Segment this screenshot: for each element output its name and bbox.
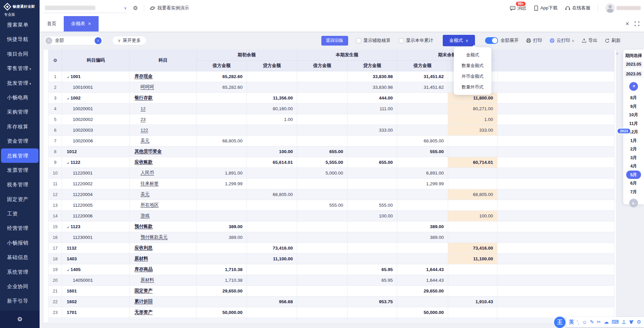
sidebar-item[interactable]: 基础信息 (0, 250, 40, 264)
account-name-link[interactable]: 人民币 (141, 170, 154, 175)
sidebar-settings-gear-icon[interactable]: ⚙ (0, 311, 40, 328)
sidebar-item[interactable]: 批发管理▾ (0, 76, 40, 90)
account-name-link[interactable]: 应收利息 (135, 245, 153, 250)
close-icon[interactable]: ✕ (625, 21, 629, 26)
format-menu-item[interactable]: 数量外币式 (454, 82, 491, 92)
sidebar-item[interactable]: 库存核算 (0, 119, 40, 134)
sidebar-item[interactable]: 资金管理 (0, 134, 40, 148)
account-name-link[interactable]: 23 (141, 117, 146, 122)
month-item[interactable]: 1月 (623, 136, 644, 145)
ime-logo[interactable]: 王 (554, 317, 566, 328)
expand-all-toggle[interactable] (485, 37, 498, 44)
messages-button[interactable]: 99+ 消息 (510, 5, 526, 11)
sidebar-item[interactable]: 采购管理 (0, 105, 40, 119)
sidebar-item[interactable]: 税务管理 (0, 177, 40, 192)
tab-home[interactable]: 首页 (40, 16, 64, 31)
account-name-link[interactable]: 122 (141, 128, 148, 133)
month-item[interactable]: 3月 (623, 153, 644, 162)
prev-arrow-icon[interactable]: ‹ (45, 37, 52, 44)
account-name-link[interactable]: 累计折旧 (135, 299, 153, 304)
sidebar-item[interactable]: 零售管理▾ (0, 61, 40, 75)
fullscreen-icon[interactable] (635, 21, 639, 26)
expand-toggle-icon[interactable]: ◢ (67, 268, 69, 271)
expand-toggle-icon[interactable]: ◢ (67, 225, 69, 228)
checkbox-icon[interactable] (399, 38, 404, 43)
month-item[interactable]: 4月 (623, 162, 644, 171)
column-settings-gear-icon[interactable]: ⚙ (49, 50, 62, 71)
expand-toggle-icon[interactable]: ◢ (67, 97, 69, 100)
sidebar-item[interactable]: 总账管理 (1, 148, 39, 163)
format-menu-item[interactable]: 外币金额式 (454, 71, 491, 82)
format-menu-item[interactable]: 金额式 (454, 50, 491, 60)
emoji-icon[interactable]: ☺ (582, 319, 587, 325)
sidebar-item[interactable]: 固定资产 (0, 192, 40, 206)
account-name-link[interactable]: 应收账款 (135, 159, 153, 165)
show-aux-checkbox[interactable]: 显示辅助核算 (356, 38, 391, 44)
month-item[interactable]: 7月 (623, 188, 644, 196)
month-item[interactable]: 6月 (623, 179, 644, 188)
format-menu-item[interactable]: 数量金额式 (454, 60, 491, 71)
sidebar-item[interactable]: 企业协同 (0, 279, 40, 293)
sidebar-item[interactable]: 发票管理 (0, 163, 40, 177)
cloud-icon[interactable]: ☁ (604, 319, 609, 325)
sidebar-item[interactable]: 小畅电商 (0, 90, 40, 105)
account-name-link[interactable]: 原材料 (135, 256, 148, 261)
account-name-link[interactable]: 库存现金 (135, 74, 153, 79)
account-name-link[interactable]: 12 (141, 106, 146, 111)
scissors-icon[interactable]: ✂ (597, 319, 601, 325)
next-arrow-icon[interactable]: › (95, 37, 102, 44)
settings-gear-icon[interactable]: ⚙ (133, 5, 138, 12)
sidebar-item[interactable]: 项目合同 (0, 47, 40, 61)
expand-more-button[interactable]: ∨ 展开更多 (112, 36, 147, 45)
scroll-up-button[interactable]: » (629, 82, 638, 91)
export-button[interactable]: 导出 (582, 38, 597, 44)
account-name-link[interactable]: 固定资产 (135, 288, 153, 293)
month-item[interactable]: 9月 (623, 102, 644, 111)
sidebar-item[interactable]: 搜索菜单 (0, 17, 40, 32)
account-name-link[interactable]: 游戏 (141, 213, 150, 218)
sidebar-item[interactable]: 新手引导 (0, 293, 40, 308)
sidebar-item[interactable]: 系统管理 (0, 265, 40, 279)
ime-settings-gear-icon[interactable]: ⚙ (637, 319, 641, 325)
ime-punctuation-toggle[interactable]: ’, (577, 319, 579, 325)
sidebar-item[interactable]: 工资 (0, 206, 40, 221)
amount-format-button[interactable]: 金额式 ∧ (443, 35, 475, 46)
account-name-link[interactable]: 呵呵呵 (141, 84, 154, 89)
app-download-button[interactable]: App下载 (534, 5, 557, 11)
collapse-panel-icon[interactable]: » (616, 50, 619, 56)
person-icon[interactable] (622, 320, 626, 324)
ime-language-toggle[interactable]: 英 (569, 319, 574, 325)
account-name-link[interactable]: 所在地区 (141, 202, 159, 207)
month-item[interactable]: 5月 (626, 171, 641, 179)
sidebar-item[interactable]: 快捷导航 (0, 32, 40, 46)
refresh-button[interactable]: 刷新 (605, 38, 621, 44)
account-name-link[interactable]: 预付账款美元 (141, 235, 168, 240)
account-name-link[interactable]: 往来标签 (141, 181, 159, 186)
keyboard-icon[interactable]: ⌨ (611, 319, 619, 325)
print-button[interactable]: 打印 (526, 38, 542, 44)
scope-selector[interactable]: ‹ 全部 › (44, 36, 103, 45)
sidebar-item[interactable]: 小畅报销 (0, 236, 40, 250)
month-item[interactable]: 8月 (623, 93, 644, 102)
demo-link[interactable]: 我要看实例演示 (150, 5, 189, 11)
online-support-button[interactable]: 在线客服 (565, 5, 590, 11)
month-item[interactable]: 2月 (623, 145, 644, 153)
account-name-link[interactable]: 预付账款 (135, 224, 153, 229)
account-name-link[interactable]: 美元 (141, 138, 150, 143)
cloud-print-button[interactable]: 云打印 ∨ (549, 38, 574, 44)
period-to[interactable]: 2023.05 (625, 71, 643, 77)
account-name-link[interactable]: 其他货币资金 (135, 149, 162, 154)
pencil-icon[interactable]: ✎ (590, 319, 594, 325)
back-to-old-button[interactable]: 退回旧版 (321, 36, 348, 46)
tab-balance-sheet[interactable]: 余额表 ✕ (64, 16, 99, 31)
tab-close-icon[interactable]: ✕ (88, 21, 91, 26)
month-item[interactable]: 10月 (623, 111, 644, 119)
show-ytd-checkbox[interactable]: 显示本年累计 (399, 38, 433, 44)
period-from[interactable]: 2023.05 (625, 61, 643, 68)
account-name-link[interactable]: 银行存款 (135, 95, 153, 100)
user-account[interactable] (605, 3, 641, 13)
expand-toggle-icon[interactable]: ◢ (67, 75, 69, 78)
checkbox-icon[interactable] (356, 38, 361, 43)
expand-toggle-icon[interactable]: ◢ (67, 161, 69, 164)
month-item[interactable]: 11月 (623, 119, 644, 128)
